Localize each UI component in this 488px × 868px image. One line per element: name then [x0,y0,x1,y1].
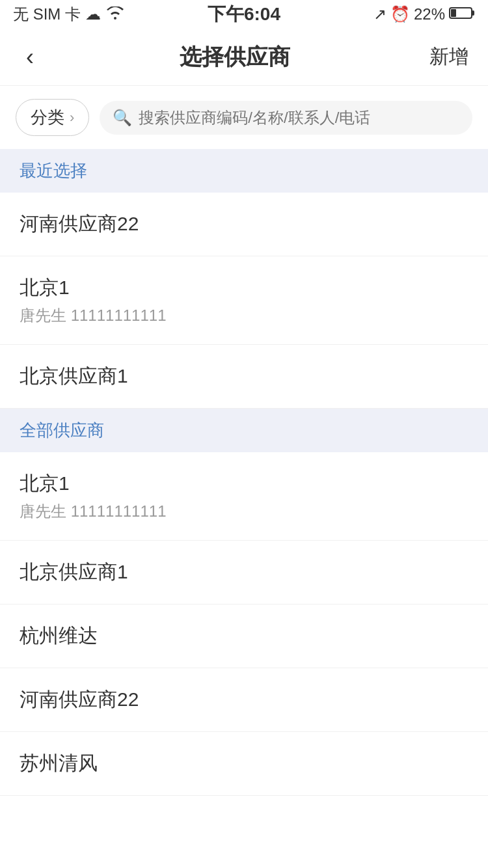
recent-section-header: 最近选择 [0,149,488,193]
list-item[interactable]: 河南供应商22 [0,193,488,256]
list-item[interactable]: 杭州维达 [0,604,488,668]
list-item[interactable]: 河南供应商22 [0,668,488,732]
item-name: 河南供应商22 [20,211,468,237]
location-icon: ↗ [373,5,386,23]
category-filter-button[interactable]: 分类 › [16,99,89,136]
item-name: 北京供应商1 [20,363,468,390]
item-sub: 唐先生 11111111111 [20,501,468,522]
list-item[interactable]: 北京供应商1 [0,541,488,604]
status-bar: 无 SIM 卡 ☁ 下午6:04 ↗ ⏰ 22% [0,0,488,29]
search-icon: 🔍 [113,109,132,127]
list-item[interactable]: 北京供应商1 [0,345,488,409]
search-input[interactable] [139,109,459,127]
item-name: 河南供应商22 [20,686,468,713]
recent-section-label: 最近选择 [20,161,87,180]
status-time: 下午6:04 [208,2,280,27]
battery-icon [449,5,475,23]
no-sim-text: 无 SIM 卡 ☁ [13,4,101,25]
category-label: 分类 [31,106,64,129]
status-right: ↗ ⏰ 22% [373,5,475,23]
alarm-icon: ⏰ [390,5,410,23]
search-box: 🔍 [100,101,472,135]
item-name: 北京1 [20,275,468,301]
wifi-icon [106,5,124,23]
list-item[interactable]: 北京1 唐先生 11111111111 [0,452,488,541]
svg-rect-2 [451,9,456,17]
battery-text: 22% [414,5,445,23]
all-section-header: 全部供应商 [0,409,488,452]
back-button[interactable]: ‹ [20,37,40,77]
item-name: 苏州清风 [20,750,468,777]
chevron-right-icon: › [70,109,74,126]
item-name: 北京1 [20,470,468,497]
page-title: 选择供应商 [180,42,290,72]
item-name: 北京供应商1 [20,559,468,586]
item-sub: 唐先生 11111111111 [20,305,468,326]
all-suppliers-list: 北京1 唐先生 11111111111 北京供应商1杭州维达河南供应商22苏州清… [0,452,488,796]
all-section-label: 全部供应商 [20,420,104,440]
list-item[interactable]: 北京1 唐先生 11111111111 [0,256,488,345]
filter-bar: 分类 › 🔍 [0,86,488,149]
list-item[interactable]: 苏州清风 [0,732,488,796]
nav-bar: ‹ 选择供应商 新增 [0,29,488,86]
recent-list: 河南供应商22 北京1 唐先生 11111111111 北京供应商1 [0,193,488,409]
svg-rect-1 [472,10,474,16]
add-button[interactable]: 新增 [429,44,468,70]
item-name: 杭州维达 [20,623,468,649]
status-left: 无 SIM 卡 ☁ [13,4,124,25]
